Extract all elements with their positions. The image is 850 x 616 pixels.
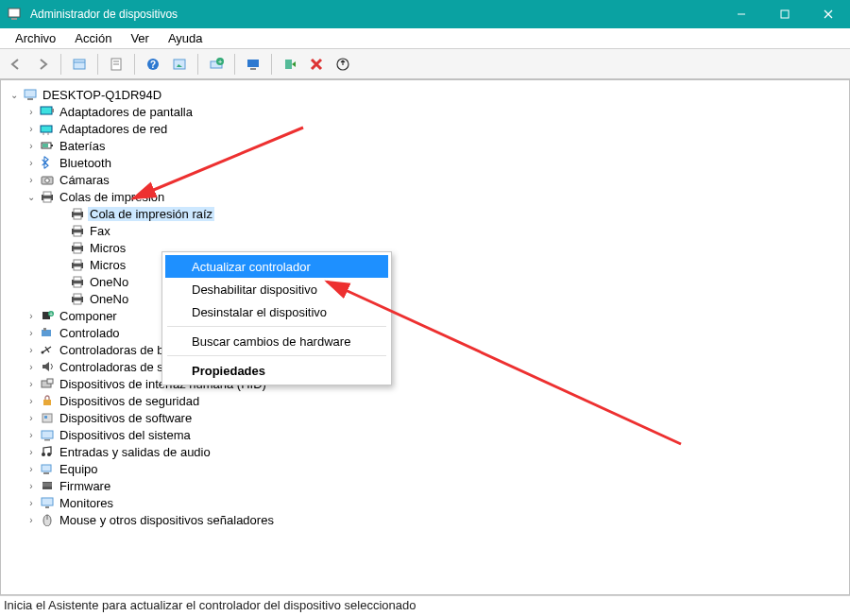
- context-menu: Actualizar controlador Deshabilitar disp…: [162, 251, 392, 385]
- tree-cat-system[interactable]: ›Dispositivos del sistema: [3, 426, 849, 443]
- tree-item-print-one1[interactable]: OneNo: [3, 273, 849, 290]
- titlebar: Administrador de dispositivos: [0, 0, 850, 28]
- svg-rect-24: [52, 109, 54, 112]
- tree-cat-swcomp[interactable]: ›+Componer: [3, 307, 849, 324]
- ctx-properties[interactable]: Propiedades: [165, 359, 388, 382]
- chevron-down-icon[interactable]: ⌄: [7, 90, 22, 100]
- ctx-separator: [167, 355, 386, 356]
- display-adapter-icon: [39, 104, 56, 119]
- svg-rect-37: [74, 209, 81, 213]
- chevron-right-icon[interactable]: ›: [24, 464, 39, 474]
- chevron-right-icon[interactable]: ›: [24, 124, 39, 134]
- tree-item-print-ms2[interactable]: Micros: [3, 256, 849, 273]
- menu-archivo[interactable]: Archivo: [6, 29, 65, 47]
- tree-item-print-ms1[interactable]: Micros: [3, 239, 849, 256]
- tree-cat-hid[interactable]: ›Dispositivos de interfaz humana (HID): [3, 375, 849, 392]
- svg-text:?: ?: [150, 60, 156, 70]
- svg-rect-30: [42, 144, 48, 147]
- tree-cat-display[interactable]: ›Adaptadores de pantalla: [3, 103, 849, 120]
- printer-icon: [69, 274, 86, 289]
- chevron-right-icon[interactable]: ›: [24, 362, 39, 372]
- show-hidden-button[interactable]: [67, 52, 92, 77]
- printer-icon: [69, 206, 86, 221]
- svg-rect-74: [42, 498, 53, 505]
- computer-icon: [22, 87, 39, 102]
- svg-rect-18: [250, 68, 256, 70]
- svg-rect-38: [74, 215, 81, 219]
- svg-rect-25: [41, 126, 52, 132]
- monitor-icon: [39, 495, 56, 510]
- chevron-right-icon[interactable]: ›: [24, 413, 39, 423]
- chevron-right-icon[interactable]: ›: [24, 328, 39, 338]
- tree-cat-softdev[interactable]: ›Dispositivos de software: [3, 409, 849, 426]
- tree-cat-ata[interactable]: ›Controlado: [3, 324, 849, 341]
- device-tree[interactable]: ⌄ DESKTOP-Q1DR94D ›Adaptadores de pantal…: [1, 80, 849, 594]
- software-device-icon: [39, 410, 56, 425]
- ctx-disable-device[interactable]: Deshabilitar dispositivo: [165, 278, 388, 300]
- uninstall-device-button[interactable]: [304, 52, 329, 77]
- svg-rect-50: [74, 283, 81, 287]
- chevron-right-icon[interactable]: ›: [24, 515, 39, 525]
- ctx-update-driver[interactable]: Actualizar controlador: [165, 255, 388, 278]
- tree-cat-net[interactable]: ›Adaptadores de red: [3, 120, 849, 137]
- menu-accion[interactable]: Acción: [65, 29, 121, 47]
- tree-cat-audio[interactable]: ›Entradas y salidas de audio: [3, 443, 849, 460]
- nav-forward-button[interactable]: [30, 52, 55, 77]
- tree-cat-usb[interactable]: ›Controladoras de bus serie universal: [3, 341, 849, 358]
- tree-cat-monitor[interactable]: ›Monitores: [3, 494, 849, 511]
- minimize-button[interactable]: [720, 0, 763, 28]
- controller-icon: [39, 325, 56, 340]
- chevron-right-icon[interactable]: ›: [24, 345, 39, 355]
- tree-cat-equipo[interactable]: ›Equipo: [3, 460, 849, 477]
- chevron-right-icon[interactable]: ›: [24, 141, 39, 151]
- svg-rect-41: [74, 232, 81, 236]
- chevron-right-icon[interactable]: ›: [24, 430, 39, 440]
- ctx-uninstall-device[interactable]: Desinstalar el dispositivo: [165, 300, 388, 323]
- tree-item-print-root[interactable]: Cola de impresión raíz: [3, 205, 849, 222]
- chevron-right-icon[interactable]: ›: [24, 396, 39, 406]
- tree-cat-battery[interactable]: ›Baterías: [3, 137, 849, 154]
- tree-cat-camera[interactable]: ›Cámaras: [3, 171, 849, 188]
- printer-icon: [69, 223, 86, 238]
- svg-rect-34: [43, 192, 51, 196]
- computer-icon: [39, 461, 56, 476]
- svg-rect-44: [74, 249, 81, 253]
- tree-cat-security[interactable]: ›Dispositivos de seguridad: [3, 392, 849, 409]
- chevron-right-icon[interactable]: ›: [24, 311, 39, 321]
- chevron-right-icon[interactable]: ›: [24, 175, 39, 185]
- chevron-right-icon[interactable]: ›: [24, 158, 39, 168]
- scan-button[interactable]: [167, 52, 192, 77]
- help-button[interactable]: ?: [141, 52, 165, 77]
- chevron-right-icon[interactable]: ›: [24, 498, 39, 508]
- svg-point-59: [42, 351, 44, 354]
- nav-back-button[interactable]: [4, 52, 28, 77]
- pc-view-button[interactable]: [241, 52, 265, 77]
- tree-root-label: DESKTOP-Q1DR94D: [41, 88, 163, 102]
- svg-rect-64: [44, 416, 47, 419]
- svg-rect-17: [247, 60, 259, 67]
- tree-root[interactable]: ⌄ DESKTOP-Q1DR94D: [3, 86, 849, 103]
- chevron-right-icon[interactable]: ›: [24, 447, 39, 457]
- menu-ayuda[interactable]: Ayuda: [159, 29, 212, 47]
- ctx-scan-hardware[interactable]: Buscar cambios de hardware: [165, 330, 388, 352]
- enable-device-button[interactable]: [278, 52, 302, 77]
- tree-item-print-fax[interactable]: Fax: [3, 222, 849, 239]
- update-driver-button[interactable]: [331, 52, 355, 77]
- tree-cat-firmware[interactable]: ›Firmware: [3, 477, 849, 494]
- chevron-right-icon[interactable]: ›: [24, 379, 39, 389]
- chevron-right-icon[interactable]: ›: [24, 481, 39, 491]
- tree-item-print-one2[interactable]: OneNo: [3, 290, 849, 307]
- maximize-button[interactable]: [763, 0, 807, 28]
- properties-button[interactable]: [104, 52, 128, 77]
- tree-cat-sound[interactable]: ›Controladoras de sonido y vídeo y dispo…: [3, 358, 849, 375]
- menu-ver[interactable]: Ver: [121, 29, 159, 47]
- tree-cat-mouse[interactable]: ›Mouse y otros dispositivos señaladores: [3, 511, 849, 528]
- svg-rect-0: [8, 9, 20, 17]
- chevron-down-icon[interactable]: ⌄: [24, 192, 39, 202]
- tree-cat-bluetooth[interactable]: ›Bluetooth: [3, 154, 849, 171]
- add-legacy-button[interactable]: +: [204, 52, 229, 77]
- chevron-right-icon[interactable]: ›: [24, 107, 39, 117]
- tree-cat-printq[interactable]: ⌄Colas de impresión: [3, 188, 849, 205]
- close-button[interactable]: [807, 0, 850, 28]
- hid-icon: [39, 376, 56, 391]
